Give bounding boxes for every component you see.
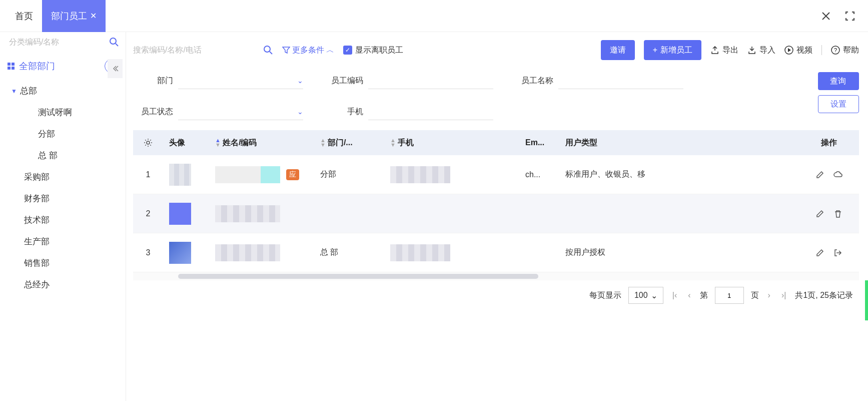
- col-user-type[interactable]: 用户类型: [559, 138, 669, 148]
- col-label: 部门/...: [328, 138, 353, 148]
- employee-code-input[interactable]: [368, 72, 493, 89]
- settings-button[interactable]: 设置: [818, 95, 859, 113]
- video-button[interactable]: 视频: [784, 45, 812, 56]
- prev-page-button[interactable]: ‹: [686, 291, 692, 300]
- svg-text:?: ?: [834, 47, 837, 53]
- avatar: [169, 164, 191, 186]
- sidebar: 全部部门 ▼ 总部 测试呀啊 分部 总 部 采购部 财务部 技术部 生产部 销售…: [0, 32, 126, 401]
- redacted-name: [215, 244, 280, 261]
- edit-icon[interactable]: [815, 248, 824, 257]
- fullscreen-icon[interactable]: [841, 7, 859, 25]
- phone-input[interactable]: [368, 103, 493, 120]
- per-page-select[interactable]: 100 ⌄: [628, 287, 663, 304]
- col-label: 手机: [398, 138, 414, 148]
- filter-phone: 手机: [323, 103, 493, 120]
- filter-employee-code: 员工编码: [323, 72, 493, 89]
- sort-icon: ▲▼: [215, 138, 221, 147]
- cloud-icon[interactable]: [833, 170, 842, 179]
- employee-table: 头像 ▲▼ 姓名/编码 ▲▼ 部门/... ▲▼ 手机 Em... 用户类型 操…: [133, 130, 859, 401]
- tree-label: 总部: [20, 85, 37, 97]
- tree-node[interactable]: 测试呀啊: [0, 102, 126, 123]
- filter-employee-status: 员工状态 ⌄: [133, 103, 303, 120]
- caret-down-icon: ▼: [11, 88, 17, 95]
- horizontal-scrollbar[interactable]: [133, 272, 859, 280]
- search-icon[interactable]: [109, 37, 119, 47]
- tree-node[interactable]: 总经办: [0, 274, 126, 295]
- next-page-button[interactable]: ›: [766, 291, 772, 300]
- tree-node[interactable]: 技术部: [0, 209, 126, 231]
- export-icon: [710, 46, 719, 55]
- row-index: 2: [133, 209, 163, 218]
- close-icon[interactable]: ✕: [90, 11, 97, 21]
- tree-node-root[interactable]: ▼ 总部: [0, 80, 126, 102]
- delete-icon[interactable]: [833, 209, 842, 218]
- avatar: [169, 242, 191, 264]
- logout-icon[interactable]: [833, 248, 842, 257]
- tree-node[interactable]: 采购部: [0, 166, 126, 188]
- tree-node[interactable]: 生产部: [0, 231, 126, 252]
- add-employee-label: 新增员工: [660, 45, 692, 56]
- help-button[interactable]: ? 帮助: [831, 45, 859, 56]
- tab-home[interactable]: 首页: [6, 0, 42, 32]
- col-phone[interactable]: ▲▼ 手机: [384, 138, 519, 148]
- col-dept[interactable]: ▲▼ 部门/...: [314, 138, 384, 148]
- department-select[interactable]: ⌄: [178, 72, 303, 89]
- tab-dept-employee[interactable]: 部门员工 ✕: [42, 0, 106, 32]
- col-email[interactable]: Em...: [519, 138, 559, 147]
- redacted-name: [215, 205, 280, 222]
- add-employee-button[interactable]: + 新增员工: [644, 40, 701, 60]
- avatar: [169, 203, 191, 225]
- close-panel-icon[interactable]: [817, 7, 835, 25]
- show-departed-checkbox[interactable]: ✓ 显示离职员工: [343, 45, 403, 56]
- help-label: 帮助: [843, 45, 859, 56]
- all-departments-button[interactable]: 全部部门: [0, 54, 126, 78]
- search-icon[interactable]: [263, 45, 273, 55]
- column-settings-icon[interactable]: [133, 138, 163, 147]
- svg-point-5: [264, 46, 270, 52]
- svg-point-0: [110, 38, 116, 44]
- edit-icon[interactable]: [815, 170, 824, 179]
- svg-rect-3: [8, 67, 11, 70]
- video-label: 视频: [796, 45, 812, 56]
- redacted-name: [215, 166, 280, 183]
- edit-icon[interactable]: [815, 209, 824, 218]
- employee-status-select[interactable]: ⌄: [178, 103, 303, 120]
- last-page-button[interactable]: ›|: [779, 291, 788, 300]
- more-conditions-label: 更多条件: [292, 45, 324, 56]
- sidebar-search-input[interactable]: [9, 38, 109, 47]
- collapse-sidebar-button[interactable]: [108, 59, 123, 78]
- col-name[interactable]: ▲▼ 姓名/编码: [209, 138, 314, 148]
- tree-node[interactable]: 财务部: [0, 188, 126, 209]
- export-label: 导出: [722, 45, 738, 56]
- svg-point-9: [147, 141, 150, 144]
- invite-button[interactable]: 邀请: [601, 40, 635, 60]
- toolbar: 更多条件 ︿ ✓ 显示离职员工 邀请 + 新增员工 导出 导入: [133, 40, 859, 60]
- svg-rect-2: [12, 63, 15, 66]
- table-row[interactable]: 2: [133, 194, 859, 233]
- query-button[interactable]: 查询: [818, 72, 859, 90]
- table-row[interactable]: 1 应 分部 ch... 标准用户、收银员、移: [133, 155, 859, 194]
- tab-bar: 首页 部门员工 ✕: [0, 0, 868, 32]
- page-input[interactable]: [715, 287, 744, 304]
- page-prefix: 第: [700, 290, 708, 301]
- tree-node[interactable]: 销售部: [0, 252, 126, 274]
- table-row[interactable]: 3 总 部 按用户授权: [133, 233, 859, 272]
- tree-node[interactable]: 总 部: [0, 145, 126, 166]
- more-conditions-toggle[interactable]: 更多条件 ︿: [282, 45, 334, 56]
- sort-icon: ▲▼: [320, 138, 326, 147]
- help-icon: ?: [831, 46, 840, 55]
- page-suffix: 页: [751, 290, 759, 301]
- filter-label: 部门: [133, 76, 173, 86]
- col-avatar[interactable]: 头像: [163, 138, 209, 148]
- row-index: 3: [133, 248, 163, 257]
- import-button[interactable]: 导入: [747, 45, 775, 56]
- import-icon: [747, 46, 756, 55]
- export-button[interactable]: 导出: [710, 45, 738, 56]
- table-header: 头像 ▲▼ 姓名/编码 ▲▼ 部门/... ▲▼ 手机 Em... 用户类型 操…: [133, 130, 859, 155]
- pagination: 每页显示 100 ⌄ |‹ ‹ 第 页 › ›| 共1页, 25条记录: [133, 280, 859, 310]
- employee-name-input[interactable]: [558, 72, 683, 89]
- main-search-input[interactable]: [133, 43, 263, 58]
- tree-node[interactable]: 分部: [0, 123, 126, 145]
- row-index: 1: [133, 170, 163, 179]
- first-page-button[interactable]: |‹: [670, 291, 679, 300]
